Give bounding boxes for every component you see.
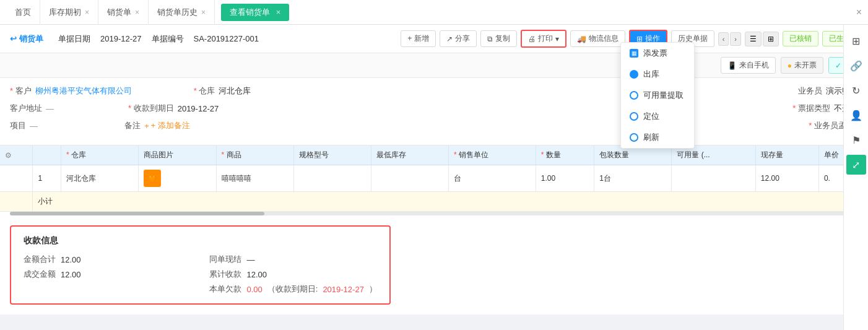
- new-button[interactable]: + 新增: [401, 30, 435, 47]
- dropdown-locate[interactable]: 定位: [621, 106, 694, 127]
- cell-settings: [0, 165, 33, 192]
- add-note-label: + 添加备注: [151, 120, 190, 131]
- subtotal-label-cell: 小计: [33, 192, 868, 212]
- doc-number-value: SA-20191227-001: [194, 34, 259, 43]
- cell-quantity: 1.00: [536, 165, 594, 192]
- customer-value[interactable]: 柳州粤港平安气体有限公司: [35, 85, 132, 97]
- tab-close-icon[interactable]: ×: [85, 8, 89, 17]
- col-seq: [33, 145, 61, 165]
- sidebar-user-icon[interactable]: 👤: [846, 105, 866, 125]
- subtotal-settings-cell: [0, 192, 33, 212]
- tab-view-sales[interactable]: 查看销货单 ×: [221, 4, 289, 21]
- sidebar-link-icon[interactable]: 🔗: [846, 56, 866, 76]
- tab-label: 销货单: [107, 7, 131, 18]
- cumulative-row: 累计收款 12.00: [209, 269, 376, 280]
- col-quantity: * 数量: [536, 145, 594, 165]
- col-product-img: 商品图片: [139, 145, 216, 165]
- tab-sales-history[interactable]: 销货单历史 ×: [149, 0, 215, 25]
- sidebar-rotate-icon[interactable]: ↻: [846, 80, 866, 100]
- payment-wrapper: 收款信息 金额合计 12.00 同单现结 — 成交金额 12.00 累计收款 1…: [0, 215, 868, 315]
- available-extract-label: 可用量提取: [643, 90, 684, 101]
- col-spec: 规格型号: [293, 145, 371, 165]
- dropdown-add-invoice[interactable]: ▦ 添发票: [621, 43, 694, 64]
- cumulative-label: 累计收款: [209, 269, 241, 280]
- outstanding-value: 0.00: [246, 285, 262, 294]
- cell-pack-qty: 1台: [594, 165, 672, 192]
- share-label: 分享: [455, 33, 470, 44]
- tab-inventory-init[interactable]: 库存期初 ×: [40, 0, 98, 25]
- sidebar-expand-icon[interactable]: ⤢: [846, 155, 866, 175]
- col-current-stock: 现存量: [755, 145, 818, 165]
- col-unit: * 销售单位: [449, 145, 536, 165]
- same-order-value: —: [246, 255, 254, 264]
- form-section: 客户 柳州粤港平安气体有限公司 仓库 河北仓库 业务员 演示账号 客户地址 — …: [0, 78, 868, 145]
- tab-close-icon[interactable]: ×: [135, 8, 139, 17]
- nav-arrows: ‹ ›: [718, 32, 741, 46]
- form-row-3: 项目 — 备注 + + 添加备注 业务员孟 —: [10, 120, 858, 131]
- dropdown-available-extract[interactable]: 可用量提取: [621, 85, 694, 106]
- locate-icon: [630, 112, 638, 121]
- cell-seq: 1: [33, 165, 61, 192]
- window-close-button[interactable]: ×: [856, 7, 862, 18]
- cell-current-stock: 12.00: [755, 165, 818, 192]
- doc-type-label: 销货单: [19, 33, 43, 45]
- share-icon: ↗: [446, 35, 453, 43]
- dropdown-ship-out[interactable]: 出库: [621, 64, 694, 85]
- subtotal-row: 小计: [0, 192, 868, 212]
- col-product: * 商品: [216, 145, 293, 165]
- not-open-button[interactable]: ● 未开票: [781, 57, 823, 74]
- tab-close-icon[interactable]: ×: [201, 8, 206, 17]
- tab-label: 查看销货单: [230, 7, 270, 17]
- ship-out-label: 出库: [643, 69, 659, 80]
- sidebar-grid-icon[interactable]: ⊞: [846, 31, 866, 51]
- main-content: ↩ 销货单 单据日期 2019-12-27 单据编号 SA-20191227-0…: [0, 25, 868, 315]
- grid-view-button[interactable]: ⊞: [763, 32, 779, 46]
- right-sidebar: ⊞ 🔗 ↻ 👤 ⚑ ⤢: [843, 25, 868, 315]
- due-date-field: 收款到期日 2019-12-27: [128, 103, 219, 114]
- check-icon: ✓: [835, 61, 841, 70]
- cell-min-stock: [371, 165, 448, 192]
- plus-icon: +: [144, 121, 149, 131]
- logistics-icon: 🚚: [577, 35, 586, 43]
- sidebar-flag-icon[interactable]: ⚑: [846, 130, 866, 150]
- project-label: 项目: [10, 120, 26, 131]
- add-invoice-icon: ▦: [630, 49, 638, 58]
- tab-close-icon[interactable]: ×: [276, 7, 281, 17]
- refresh-icon: [630, 133, 638, 142]
- project-field: 项目 —: [10, 120, 38, 131]
- warehouse-value: 河北仓库: [219, 85, 251, 97]
- total-row: 金额合计 12.00: [24, 254, 191, 265]
- tab-label: 首页: [15, 7, 31, 18]
- next-button[interactable]: ›: [730, 32, 741, 46]
- dropdown-refresh[interactable]: 刷新: [621, 127, 694, 148]
- from-phone-button[interactable]: 📱 来自手机: [721, 57, 776, 74]
- list-view-button[interactable]: ☰: [745, 32, 762, 46]
- transaction-value: 12.00: [61, 270, 81, 279]
- staff-label: 业务员: [798, 85, 822, 97]
- transaction-label: 成交金额: [24, 269, 56, 280]
- doc-number-label: 单据编号: [152, 33, 184, 45]
- product-table: ⚙ * 仓库 商品图片 * 商品 规格型号 最低库存 * 销售单位 * 数量 包…: [0, 145, 868, 212]
- operations-dropdown: ▦ 添发票 出库 可用量提取 定位 刷新: [620, 42, 695, 149]
- add-note-button[interactable]: + + 添加备注: [144, 120, 190, 131]
- staff2-label: 业务员孟: [809, 120, 846, 131]
- share-button[interactable]: ↗ 分享: [440, 30, 477, 47]
- address-field: 客户地址 —: [10, 103, 54, 114]
- settings-icon[interactable]: ⚙: [5, 151, 12, 160]
- print-button[interactable]: 🖨 打印 ▾: [521, 30, 566, 48]
- sold-badge[interactable]: 已核销: [783, 31, 818, 46]
- payment-title: 收款信息: [24, 235, 377, 246]
- cumulative-value: 12.00: [246, 270, 267, 279]
- refresh-label: 刷新: [643, 132, 659, 143]
- from-phone-label: 来自手机: [739, 60, 769, 71]
- copy-button[interactable]: ⧉ 复制: [480, 30, 517, 47]
- prev-button[interactable]: ‹: [718, 32, 729, 46]
- total-label: 金额合计: [24, 254, 56, 265]
- logistics-button[interactable]: 🚚 物流信息: [570, 30, 625, 47]
- same-order-row: 同单现结 —: [209, 254, 376, 265]
- project-value: —: [30, 121, 38, 131]
- tab-home[interactable]: 首页: [6, 0, 40, 25]
- col-settings[interactable]: ⚙: [0, 145, 33, 165]
- tab-sales-order[interactable]: 销货单 ×: [98, 0, 149, 25]
- doc-date-value: 2019-12-27: [100, 34, 142, 43]
